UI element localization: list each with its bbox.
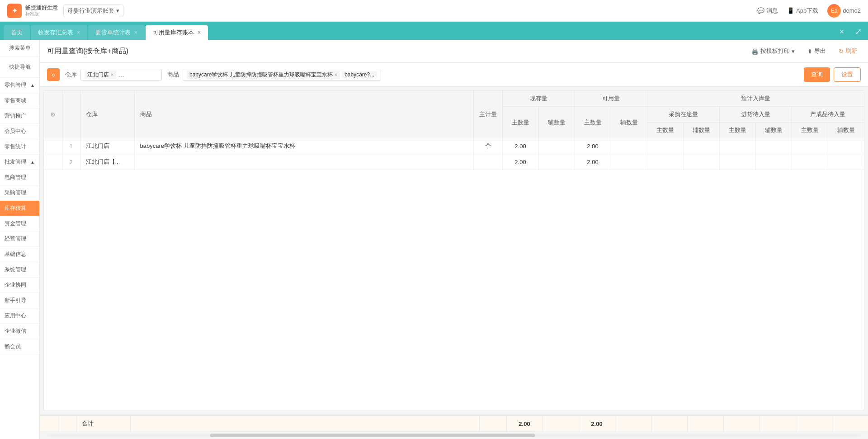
query-button[interactable]: 查询 [804,67,830,82]
row-settings[interactable] [44,154,62,170]
row-production-main [792,138,828,154]
warehouse-tag-close[interactable]: × [111,72,113,77]
summary-row: 合计 2.00 2.00 [40,415,868,432]
settings-button[interactable]: 设置 [834,67,861,82]
sidebar-search[interactable]: 搜索菜单 [0,40,39,57]
sidebar-item-wechat[interactable]: 企业微信 [0,324,39,339]
tab-available[interactable]: 可用量库存账本 × [146,25,208,40]
message-btn[interactable]: 💬 消息 [757,7,778,15]
sidebar-item-new-guide[interactable]: 新手引导 [0,293,39,308]
row-inbound-aux [755,138,792,154]
summary-current-aux [542,415,579,432]
th-available-main: 主数量 [575,107,611,138]
maximize-btn[interactable]: ⤢ [852,25,864,38]
sidebar-item-vip[interactable]: 畅会员 [0,339,39,354]
filter-bar: » 仓库 江北门店 × ... 商品 babycare学饮杯 儿童防摔防撞吸管杯… [40,63,868,87]
product-label: 商品 [167,71,179,79]
row-purchase-aux [683,138,719,154]
product-input[interactable]: babycare学饮杯 儿童防摔防撞吸管杯重力球吸嘴杯宝宝水杯 × babyca… [183,69,381,81]
print-template-btn[interactable]: 🖨️ 按模板打印 ▾ [748,45,798,57]
sidebar-item-member[interactable]: 会员中心 [0,124,39,139]
sidebar-item-retail-mgmt[interactable]: 零售管理 ▲ [0,78,39,93]
row-index: 2 [62,154,80,170]
refresh-btn[interactable]: ↻ 刷新 [835,45,861,57]
th-production-aux: 辅数量 [828,123,864,138]
logo-area: ✦ 畅捷通好生意 标准版 [7,4,58,18]
row-settings[interactable] [44,138,62,154]
tab-close-order[interactable]: × [134,29,137,36]
logo-text: 畅捷通好生意 标准版 [25,5,58,16]
sidebar-item-enterprise[interactable]: 企业协同 [0,278,39,293]
row-warehouse: 江北门店 [80,138,134,154]
tab-order[interactable]: 要货单统计表 × [88,25,145,40]
bottom-bar: 合计 2.00 2.00 [40,415,868,432]
filter-toggle-btn[interactable]: » [47,68,60,81]
close-window-btn[interactable]: × [835,25,848,38]
row-purchase-main [647,154,683,170]
tab-home[interactable]: 首页 [4,25,30,40]
page-title: 可用量查询(按仓库+商品) [47,47,128,56]
dropdown-icon: ▾ [792,48,795,55]
sidebar-item-app-center[interactable]: 应用中心 [0,308,39,324]
warehouse-input[interactable]: 江北门店 × ... [80,69,162,81]
scrollbar-thumb[interactable] [210,434,535,437]
row-production-aux [828,138,864,154]
row-production-main [792,154,828,170]
more-btn[interactable]: ... [118,71,124,79]
tab-close-receive[interactable]: × [77,29,80,36]
horizontal-scrollbar[interactable] [47,434,861,437]
chevron-down-icon: ▾ [116,7,119,14]
top-bar-right: 💬 消息 📱 App下载 Ea demo2 [757,4,861,18]
tab-receive[interactable]: 收发存汇总表 × [31,25,87,40]
row-current-aux [538,138,575,154]
sidebar-item-system[interactable]: 系统管理 [0,262,39,278]
row-warehouse: 江北门店【... [80,154,134,170]
th-inbound-group: 进货待入量 [719,107,792,123]
th-available-group: 可用量 [575,91,647,107]
summary-available-aux [615,415,651,432]
data-table: ⚙ 仓库 商品 主计量 现存量 可用量 预计入库量 主数量 辅数量 主数量 辅数… [44,91,864,170]
sidebar-item-marketing[interactable]: 营销推广 [0,109,39,124]
th-index [62,91,80,138]
sidebar-item-retail-mall[interactable]: 零售商城 [0,93,39,109]
sidebar-item-ecommerce[interactable]: 电商管理 [0,170,39,185]
export-btn[interactable]: ⬆ 导出 [804,45,830,57]
row-product: babycare学饮杯 儿童防摔防撞吸管杯重力球吸嘴杯宝宝水杯 [134,138,473,154]
sidebar-item-wholesale-mgmt[interactable]: 批发管理 ▲ [0,155,39,170]
app-download-btn[interactable]: 📱 App下载 [787,7,818,15]
sidebar: 搜索菜单 快捷导航 零售管理 ▲ 零售商城 营销推广 会员中心 零售统计 批发管… [0,40,40,439]
sidebar-quick-nav[interactable]: 快捷导航 [0,57,39,78]
th-current-aux: 辅数量 [538,107,575,138]
product-tag-1-close[interactable]: × [335,72,337,77]
sidebar-item-operations[interactable]: 经营管理 [0,231,39,247]
tab-close-available[interactable]: × [198,29,201,36]
th-product: 商品 [134,91,473,138]
sidebar-item-retail-stats[interactable]: 零售统计 [0,139,39,155]
th-forecast-group: 预计入库量 [647,91,864,107]
row-current-main: 2.00 [502,138,538,154]
page-header: 可用量查询(按仓库+商品) 🖨️ 按模板打印 ▾ ⬆ 导出 ↻ 刷新 [40,40,868,63]
summary-inbound-aux [760,415,796,432]
chevron-icon: ▲ [30,160,35,165]
user-menu[interactable]: Ea demo2 [827,4,861,18]
filter-actions: 查询 设置 [804,67,861,82]
main-layout: 搜索菜单 快捷导航 零售管理 ▲ 零售商城 营销推广 会员中心 零售统计 批发管… [0,40,868,439]
logo-icon: ✦ [7,4,22,18]
tab-bar: 首页 收发存汇总表 × 要货单统计表 × 可用量库存账本 × × ⤢ [0,22,868,40]
sidebar-item-basic-info[interactable]: 基础信息 [0,247,39,262]
summary-purchase-aux [687,415,723,432]
warehouse-filter: 仓库 江北门店 × ... [65,69,162,81]
row-available-main: 2.00 [575,154,611,170]
sidebar-item-finance[interactable]: 资金管理 [0,216,39,231]
row-inbound-main [719,154,755,170]
th-production-main: 主数量 [792,123,828,138]
table-row: 2 江北门店【... 2.00 2.00 [44,154,864,170]
sidebar-item-purchase[interactable]: 采购管理 [0,185,39,201]
th-settings[interactable]: ⚙ [44,91,62,138]
sidebar-item-inventory[interactable]: 库存核算 [0,201,39,216]
avatar: Ea [827,4,841,18]
row-index: 1 [62,138,80,154]
th-current-stock-group: 现存量 [502,91,575,107]
product-tag-1: babycare学饮杯 儿童防摔防撞吸管杯重力球吸嘴杯宝宝水杯 × [187,71,340,79]
company-selector[interactable]: 母婴行业演示账套 ▾ [63,5,123,17]
